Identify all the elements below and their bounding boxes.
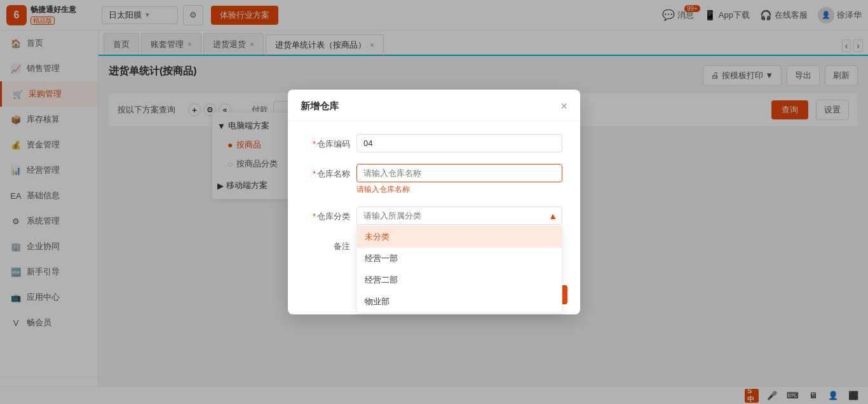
dropdown-item[interactable]: 经营一部: [357, 248, 562, 269]
category-input-wrapper: ▲: [356, 206, 562, 225]
dropdown-item[interactable]: 物业部: [357, 291, 562, 313]
add-warehouse-dialog: 新增仓库 × *仓库编码 *仓库名称 请输入仓库名称: [288, 90, 580, 314]
warehouse-code-label: *仓库编码: [306, 134, 350, 150]
warehouse-category-wrap: ▲ 未分类经营一部经营二部物业部: [356, 206, 562, 225]
warehouse-code-wrap: [356, 134, 562, 152]
warehouse-note-label: 备注: [306, 236, 350, 252]
warehouse-name-input[interactable]: [356, 164, 562, 182]
warehouse-category-row: *仓库分类 ▲ 未分类经营一部经营二部物业部: [306, 206, 562, 225]
warehouse-code-input[interactable]: [356, 134, 562, 152]
dropdown-item[interactable]: 未分类: [357, 226, 562, 248]
dialog-close-button[interactable]: ×: [560, 100, 567, 113]
dialog-body: *仓库编码 *仓库名称 请输入仓库名称 *仓库分类: [288, 121, 580, 279]
warehouse-category-label: *仓库分类: [306, 206, 350, 222]
warehouse-code-row: *仓库编码: [306, 134, 562, 152]
category-dropdown: 未分类经营一部经营二部物业部: [356, 226, 562, 313]
dialog-header: 新增仓库 ×: [288, 90, 580, 121]
dialog-overlay: 新增仓库 × *仓库编码 *仓库名称 请输入仓库名称: [0, 0, 868, 404]
warehouse-name-row: *仓库名称 请输入仓库名称: [306, 164, 562, 195]
warehouse-name-wrap: 请输入仓库名称: [356, 164, 562, 195]
warehouse-category-input[interactable]: [356, 206, 562, 225]
dialog-title: 新增仓库: [301, 100, 339, 112]
warehouse-name-label: *仓库名称: [306, 164, 350, 180]
warehouse-name-error: 请输入仓库名称: [356, 184, 562, 195]
category-toggle-button[interactable]: ▲: [548, 211, 557, 221]
dropdown-item[interactable]: 经营二部: [357, 269, 562, 291]
